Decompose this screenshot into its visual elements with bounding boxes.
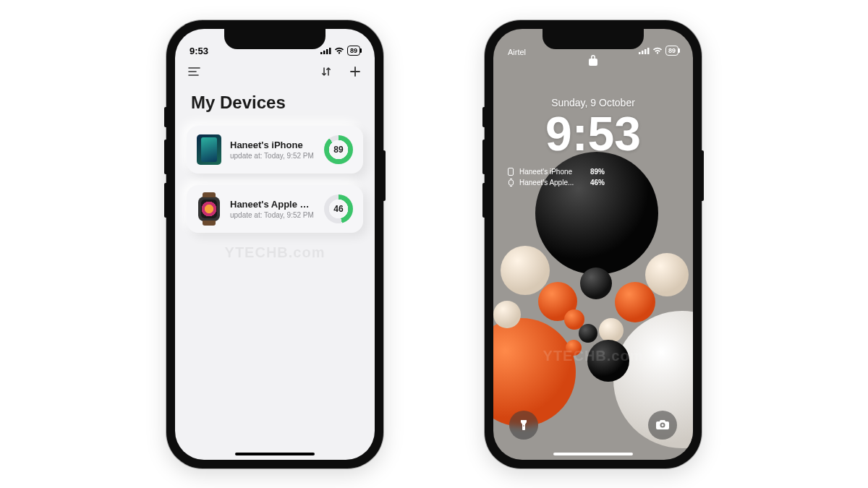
camera-button[interactable] bbox=[648, 411, 677, 440]
phone-frame-right: Airtel 89 Sunday, 9 October 9:53 bbox=[485, 20, 702, 468]
svg-rect-1 bbox=[323, 51, 326, 54]
device-subtitle: update at: Today, 9:52 PM bbox=[230, 211, 315, 219]
lock-screen: Airtel 89 Sunday, 9 October 9:53 bbox=[493, 29, 693, 460]
sort-icon[interactable] bbox=[320, 65, 333, 78]
battery-icon: 89 bbox=[665, 46, 678, 56]
widget-value: 89% bbox=[590, 168, 605, 176]
wifi-icon bbox=[652, 46, 663, 56]
battery-ring: 46 bbox=[324, 194, 353, 223]
svg-rect-14 bbox=[509, 180, 514, 185]
lock-icon bbox=[588, 53, 598, 69]
widget-label: Haneet's iPhone bbox=[519, 168, 586, 176]
carrier-label: Airtel bbox=[508, 48, 544, 56]
battery-icon: 89 bbox=[347, 46, 360, 56]
device-iphone-icon bbox=[197, 134, 221, 165]
widget-label: Haneet's Apple... bbox=[519, 179, 586, 187]
watch-glyph-icon bbox=[508, 179, 515, 186]
lockscreen-widgets[interactable]: Haneet's iPhone 89% Haneet's Apple... 46… bbox=[508, 168, 693, 187]
signal-icon bbox=[320, 46, 331, 56]
widget-row: Haneet's Apple... 46% bbox=[508, 179, 693, 187]
battery-value: 89 bbox=[333, 145, 343, 155]
toolbar bbox=[175, 58, 375, 82]
widget-value: 46% bbox=[590, 179, 605, 187]
flashlight-button[interactable] bbox=[509, 411, 538, 440]
status-time: 9:53 bbox=[190, 46, 226, 56]
signal-icon bbox=[639, 46, 650, 56]
menu-icon[interactable] bbox=[188, 65, 201, 78]
svg-rect-2 bbox=[326, 49, 328, 54]
device-card[interactable]: Haneet's Apple Wat... update at: Today, … bbox=[187, 185, 363, 233]
svg-rect-3 bbox=[329, 48, 331, 54]
device-name: Haneet's Apple Wat... bbox=[230, 199, 315, 210]
battery-ring: 89 bbox=[324, 135, 353, 164]
watermark: YTECHB.com bbox=[225, 244, 326, 261]
device-list: Haneet's iPhone update at: Today, 9:52 P… bbox=[175, 126, 375, 233]
device-watch-icon bbox=[197, 194, 221, 224]
svg-rect-10 bbox=[642, 51, 644, 54]
home-indicator[interactable] bbox=[553, 453, 633, 455]
device-card[interactable]: Haneet's iPhone update at: Today, 9:52 P… bbox=[187, 126, 363, 174]
svg-rect-12 bbox=[647, 48, 650, 54]
device-subtitle: update at: Today, 9:52 PM bbox=[230, 152, 315, 160]
phone-glyph-icon bbox=[508, 168, 515, 175]
widget-row: Haneet's iPhone 89% bbox=[508, 168, 693, 176]
watermark: YTECHB.com bbox=[543, 348, 644, 364]
app-screen: 9:53 89 bbox=[175, 29, 375, 460]
home-indicator[interactable] bbox=[235, 453, 315, 455]
svg-rect-13 bbox=[509, 168, 514, 176]
svg-rect-0 bbox=[320, 52, 323, 54]
device-name: Haneet's iPhone bbox=[230, 140, 315, 150]
battery-value: 46 bbox=[333, 204, 343, 214]
add-icon[interactable] bbox=[349, 65, 362, 78]
phone-frame-left: 9:53 89 bbox=[166, 20, 383, 468]
svg-rect-11 bbox=[644, 49, 647, 54]
notch bbox=[224, 29, 326, 49]
page-title: My Devices bbox=[175, 82, 375, 126]
notch bbox=[542, 29, 644, 49]
lockscreen-time: 9:53 bbox=[493, 110, 693, 158]
wifi-icon bbox=[334, 46, 344, 56]
svg-rect-9 bbox=[639, 52, 641, 54]
